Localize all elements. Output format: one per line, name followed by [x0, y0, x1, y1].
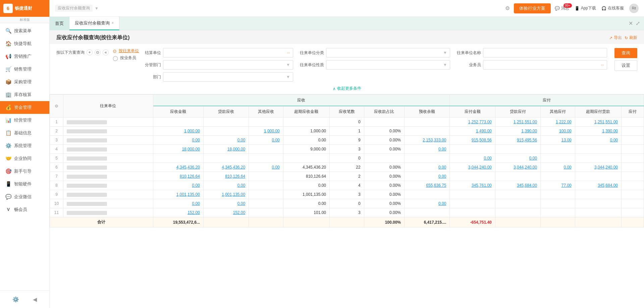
field-label-salesperson: 业务员: [457, 62, 481, 68]
sidebar-item-guide[interactable]: 🎯 新手引导: [0, 165, 49, 178]
filter-target-icon[interactable]: ⊙: [95, 49, 101, 55]
export-button[interactable]: ↗ 导出: [609, 35, 622, 41]
sidebar-label-hardware: 智能硬件: [14, 181, 32, 187]
sidebar-item-enterprise[interactable]: 🤝 企业协同: [0, 152, 49, 165]
partner-cell: [63, 208, 153, 217]
tab-expand-icon[interactable]: ⤢: [636, 20, 640, 27]
sidebar-collapse-icon[interactable]: ◀: [33, 296, 37, 303]
sidebar-label-basic: 基础信息: [14, 130, 32, 136]
logo-icon: 6: [3, 4, 13, 13]
field-input-settlement[interactable]: ···: [163, 48, 293, 57]
sidebar-item-operations[interactable]: 📊 经营管理: [0, 114, 49, 127]
scheme-partner[interactable]: ⊙ 按往来单位: [113, 48, 139, 54]
table-settings-icon[interactable]: ⚙: [55, 104, 58, 108]
partner-cell: [63, 118, 153, 127]
service-item[interactable]: 🎧 在线客服: [601, 5, 624, 11]
tabbar: 首页 应收应付余额查询 × ✕ ⤢: [50, 17, 644, 30]
sales-icon: 🛒: [5, 66, 11, 72]
field-input-category[interactable]: ▼: [326, 48, 450, 57]
sidebar-item-search[interactable]: 🔍 搜索菜单: [0, 25, 49, 37]
page-header: 应收应付余额查询(按往来单位) ↗ 导出 ↻ 刷新: [50, 30, 644, 44]
field-input-dept[interactable]: ▼: [163, 60, 293, 70]
collapse-arrow-icon: ∧: [333, 86, 336, 91]
th-ap-overdue: 超期应付货款: [575, 106, 621, 118]
sidebar-item-basic[interactable]: 📋 基础信息: [0, 127, 49, 139]
download-item[interactable]: 📱 App下载: [575, 5, 596, 11]
table-row: 80.000.000.0040.00%655,636.75345,761.003…: [50, 181, 644, 190]
table-row: 418,000.0018,000.009,000.0030.00%0.00: [50, 145, 644, 154]
refresh-button[interactable]: ↻ 刷新: [625, 35, 637, 41]
trial-button[interactable]: 体验行业方案: [514, 3, 551, 13]
service-icon: 🎧: [601, 6, 606, 11]
set-button[interactable]: 设置: [614, 60, 637, 71]
purchase-icon: 📦: [5, 79, 11, 85]
sidebar-bottom: ⚙️ ◀: [0, 291, 49, 308]
th-ar-loan: 贷款应收: [203, 106, 249, 118]
tab-home[interactable]: 首页: [50, 17, 69, 30]
breadcrumb-text: 应收应付余额查询: [55, 5, 93, 12]
total-ar-overdue: [283, 217, 329, 227]
sidebar-item-finance[interactable]: 💰 资金管理: [0, 101, 49, 114]
hardware-icon: 📱: [5, 181, 11, 187]
th-ap-other: 其他应付: [541, 106, 575, 118]
query-button[interactable]: 查询: [614, 48, 637, 58]
filter-back-icon[interactable]: «: [103, 49, 109, 55]
filter-collapse-btn[interactable]: ∧ 收起更多条件: [56, 86, 637, 91]
sidebar-item-purchase[interactable]: 📦 采购管理: [0, 76, 49, 88]
member-icon: V: [5, 207, 11, 212]
sidebar-item-wechat[interactable]: 💬 企业微信: [0, 190, 49, 203]
sidebar-settings-icon[interactable]: ⚙️: [12, 296, 19, 303]
user-avatar[interactable]: Rit: [629, 4, 639, 13]
table-row: 21,000.001,000.001,000.0010.00%1,490.001…: [50, 127, 644, 136]
filter-header: 按以下方案查询 + ⊙ « ⊙ 按往来单位 ◯ 按业务员: [56, 48, 637, 82]
tab-receivables[interactable]: 应收应付余额查询 ×: [69, 17, 119, 30]
collapse-label: 收起更多条件: [337, 86, 361, 91]
partner-cell: [63, 163, 153, 172]
sidebar-item-inventory[interactable]: 🏢 库存核算: [0, 88, 49, 101]
sidebar-label-guide: 新手引导: [14, 168, 32, 174]
sidebar-label-marketing: 营销推广: [14, 53, 32, 59]
partner-cell: [63, 199, 153, 208]
sidebar-menu: 🔍 搜索菜单 🏠 快捷导航 📢 营销推广 🛒 销售管理 📦 采购管理 🏢 库存核…: [0, 23, 49, 291]
th-ap-col5: 应付: [621, 106, 644, 118]
message-item[interactable]: 💬 消息 99+: [555, 5, 569, 11]
th-ar-ratio: 应收款占比: [364, 106, 404, 118]
filter-field-category: 往来单位分类 ▼: [300, 48, 450, 57]
topbar-settings-icon[interactable]: ⚙: [505, 5, 510, 11]
sidebar-label-finance: 资金管理: [14, 104, 32, 111]
field-label-settlement: 结算单位: [143, 50, 161, 56]
page-actions: ↗ 导出 ↻ 刷新: [609, 35, 637, 41]
field-input-nature[interactable]: ▼: [326, 60, 450, 70]
field-label-partner-name: 往来单位名称: [457, 50, 481, 56]
table-container: ⚙ 往来单位 应收 应付 应收金额 贷款应收 其他应收 超期应收金额 应收笔数 …: [50, 94, 644, 308]
tab-close-window-icon[interactable]: ✕: [629, 20, 633, 27]
service-label: 在线客服: [608, 5, 624, 11]
tab-close-icon[interactable]: ×: [112, 21, 114, 25]
table-row: 101,252,773.001,251,551.001,222.001,251,…: [50, 118, 644, 127]
total-row: 合计 19,553,472,6... 100.00% 6,417,215....…: [50, 217, 644, 227]
sidebar-item-system[interactable]: ⚙️ 系统管理: [0, 139, 49, 152]
operations-icon: 📊: [5, 117, 11, 123]
field-input-salesperson[interactable]: ···: [483, 60, 607, 70]
salesperson-dots-icon: ···: [601, 62, 604, 67]
scheme-salesperson[interactable]: ◯ 按业务员: [113, 55, 139, 61]
field-input-partner-name[interactable]: [483, 48, 607, 57]
sidebar-item-marketing[interactable]: 📢 营销推广: [0, 50, 49, 63]
total-ap-amount: -654,751.40: [450, 217, 495, 227]
message-icon: 💬: [555, 6, 560, 11]
filter-add-icon[interactable]: +: [87, 49, 93, 55]
sidebar-item-hardware[interactable]: 📱 智能硬件: [0, 178, 49, 190]
finance-icon: 💰: [5, 104, 11, 111]
sidebar-item-nav[interactable]: 🏠 快捷导航: [0, 37, 49, 50]
sidebar-item-sales[interactable]: 🛒 销售管理: [0, 63, 49, 76]
field-input-division[interactable]: ▼: [163, 72, 293, 82]
th-ar-count: 应收笔数: [330, 106, 364, 118]
sidebar-item-member[interactable]: V 畅会员: [0, 203, 49, 216]
total-ar-prepay: 6,417,215....: [405, 217, 450, 227]
filter-field-nature: 往来单位性质 ▼: [300, 60, 450, 70]
table-row: 64,345,436.204,345,436.200.004,345,436.2…: [50, 163, 644, 172]
filter-field-partner-name: 往来单位名称: [457, 48, 607, 57]
total-ap-overdue: [575, 217, 621, 227]
th-partner: 往来单位: [63, 95, 153, 118]
filter-field-salesperson: 业务员 ···: [457, 60, 607, 70]
